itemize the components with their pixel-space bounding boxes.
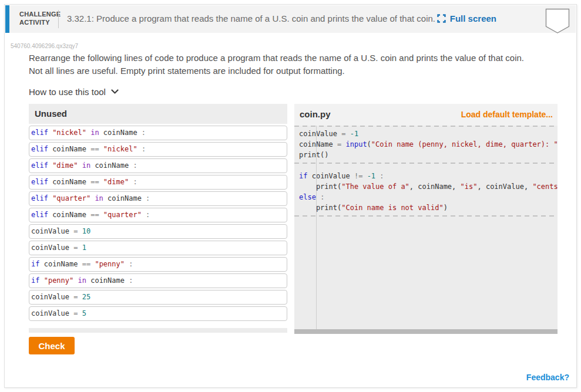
code-line[interactable]: print()	[294, 150, 558, 160]
code-line[interactable]: coinValue = 1	[29, 241, 287, 255]
feedback-link[interactable]: Feedback?	[526, 373, 569, 382]
challenge-accent-bar	[5, 5, 9, 33]
indent-guide-line	[316, 126, 317, 329]
editor-filename: coin.py	[300, 109, 331, 119]
fullscreen-button[interactable]: Full screen	[437, 13, 496, 23]
code-line[interactable]: elif "dime" in coinName :	[29, 158, 287, 173]
challenge-activity-badge: CHALLENGE ACTIVITY	[19, 10, 61, 26]
code-line[interactable]: if coinName == "penny" :	[29, 257, 287, 272]
code-line[interactable]: elif coinName == "quarter" :	[29, 208, 287, 222]
badge-line-1: CHALLENGE	[19, 10, 61, 18]
editor-panel: coin.py Load default template... coinVal…	[294, 104, 558, 334]
bookmark-icon	[545, 8, 570, 35]
code-line[interactable]: print("The value of a", coinName, "is", …	[294, 181, 558, 192]
bookmark-button[interactable]	[545, 8, 570, 38]
code-line[interactable]: print("Coin name is not valid")	[294, 202, 558, 213]
unused-panel-header: Unused	[29, 104, 287, 124]
editor-code-block-1: coinValue = -1coinName = input("Coin nam…	[294, 127, 558, 163]
code-line[interactable]: coinValue = 10	[29, 224, 287, 239]
check-button[interactable]: Check	[29, 337, 75, 354]
chevron-down-icon	[111, 89, 119, 94]
code-line[interactable]: else :	[294, 192, 558, 202]
fullscreen-icon	[437, 14, 446, 23]
instructions: Rearrange the following lines of code to…	[29, 52, 563, 77]
how-to-use-label: How to use this tool	[29, 87, 106, 97]
activity-header: CHALLENGE ACTIVITY 3.32.1: Produce a pro…	[5, 5, 576, 33]
editor-drop-area[interactable]: coinValue = -1coinName = input("Coin nam…	[294, 126, 558, 329]
code-line[interactable]: elif coinName == "dime" :	[29, 175, 287, 190]
badge-line-2: ACTIVITY	[19, 18, 61, 26]
code-line[interactable]: coinName = input("Coin name (penny, nick…	[294, 139, 558, 150]
code-line[interactable]: elif "quarter" in coinName :	[29, 191, 287, 206]
activity-card: CHALLENGE ACTIVITY 3.32.1: Produce a pro…	[4, 4, 577, 388]
how-to-use-toggle[interactable]: How to use this tool	[29, 87, 119, 97]
code-line[interactable]: coinValue = 25	[29, 290, 287, 305]
block-gap	[294, 164, 558, 169]
code-line[interactable]: coinValue = 5	[29, 306, 287, 321]
activity-title: 3.32.1: Produce a program that reads the…	[67, 13, 435, 23]
activity-id: 540760.4096296.qx3zqy7	[11, 43, 78, 49]
instructions-line-2: Not all lines are useful. Empty print st…	[29, 65, 563, 77]
unused-panel: Unused elif "nickel" in coinName :elif c…	[29, 104, 287, 333]
code-line[interactable]: elif "nickel" in coinName :	[29, 126, 287, 140]
fullscreen-label: Full screen	[450, 13, 496, 23]
code-line[interactable]: if coinValue != -1 :	[294, 171, 558, 181]
load-default-template-link[interactable]: Load default template...	[461, 110, 553, 119]
unused-panel-title: Unused	[35, 109, 67, 119]
code-line[interactable]: elif coinName == "nickel" :	[29, 142, 287, 157]
header-divider	[58, 10, 59, 28]
editor-horizontal-scrollbar[interactable]	[294, 329, 558, 334]
editor-header: coin.py Load default template...	[294, 104, 558, 126]
unused-code-list: elif "nickel" in coinName :elif coinName…	[29, 124, 287, 321]
instructions-line-1: Rearrange the following lines of code to…	[29, 52, 563, 65]
drop-zone-divider	[294, 215, 558, 217]
code-line[interactable]: coinValue = -1	[294, 129, 558, 139]
code-line[interactable]: if "penny" in coinName :	[29, 273, 287, 288]
unused-scrollbar-track[interactable]	[29, 328, 287, 333]
editor-code-block-2: if coinValue != -1 : print("The value of…	[294, 169, 558, 215]
